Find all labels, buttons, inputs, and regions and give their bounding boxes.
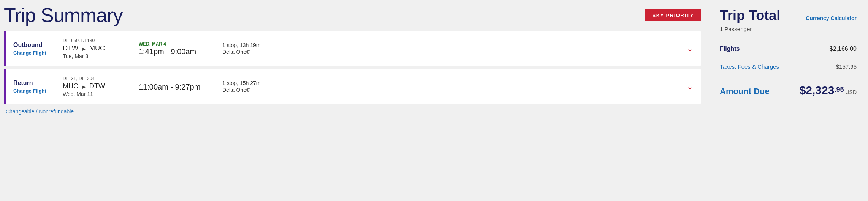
outbound-route-section: DL1650, DL130 DTW ▶ MUC Tue, Mar 3	[63, 38, 139, 59]
trip-total-title: Trip Total	[720, 8, 780, 24]
return-route: MUC ▶ DTW	[63, 82, 139, 90]
return-route-section: DL131, DL1204 MUC ▶ DTW Wed, Mar 11	[63, 76, 139, 97]
outbound-departure-date: Tue, Mar 3	[63, 53, 139, 59]
return-arrow-icon: ▶	[82, 84, 86, 90]
return-expand-icon[interactable]: ⌄	[687, 82, 693, 91]
right-section: Trip Total Currency Calculator 1 Passeng…	[708, 0, 868, 201]
return-stops-section: 1 stop, 15h 27m Delta One®	[215, 80, 679, 93]
outbound-cabin: Delta One®	[222, 49, 679, 55]
return-origin: MUC	[63, 82, 78, 90]
return-departure-date: Wed, Mar 11	[63, 91, 139, 97]
outbound-arrow-icon: ▶	[82, 46, 86, 52]
amount-due-label: Amount Due	[720, 86, 770, 96]
trip-header: Trip Summary SKY PRIORITY	[4, 4, 701, 27]
left-section: Trip Summary SKY PRIORITY Outbound Chang…	[0, 0, 708, 201]
page-container: Trip Summary SKY PRIORITY Outbound Chang…	[0, 0, 868, 201]
taxes-value: $157.95	[836, 63, 857, 70]
return-arrival-time: 11:00am - 9:27pm	[139, 83, 215, 91]
outbound-arrival-day: WED, MAR 4	[139, 41, 215, 47]
amount-due-dollars: $2,323	[800, 84, 835, 96]
return-type-label: Return	[13, 80, 63, 86]
outbound-arrival-section: WED, MAR 4 1:41pm - 9:00am	[139, 41, 215, 56]
outbound-flight-card: Outbound Change Flight DL1650, DL130 DTW…	[4, 31, 701, 66]
return-change-flight-link[interactable]: Change Flight	[13, 88, 63, 94]
passenger-count: 1 Passenger	[720, 26, 857, 32]
currency-calculator-link[interactable]: Currency Calculator	[806, 15, 857, 21]
outbound-stops: 1 stop, 13h 19m	[222, 42, 679, 48]
taxes-label: Taxes, Fees & Charges	[720, 63, 779, 70]
amount-due-value: $2,323.95USD	[800, 84, 857, 97]
outbound-change-flight-link[interactable]: Change Flight	[13, 50, 63, 56]
return-arrival-section: 11:00am - 9:27pm	[139, 82, 215, 91]
flights-price-row: Flights $2,166.00	[720, 40, 857, 58]
outbound-stops-section: 1 stop, 13h 19m Delta One®	[215, 42, 679, 55]
return-destination: DTW	[89, 82, 105, 90]
trip-total-header: Trip Total Currency Calculator	[720, 8, 857, 24]
outbound-arrival-time: 1:41pm - 9:00am	[139, 47, 215, 56]
return-label-section: Return Change Flight	[13, 80, 63, 94]
changeable-notice: Changeable / Nonrefundable	[4, 108, 701, 115]
page-title: Trip Summary	[4, 4, 123, 27]
outbound-origin: DTW	[63, 44, 78, 52]
return-flight-card: Return Change Flight DL131, DL1204 MUC ▶…	[4, 69, 701, 104]
return-flight-numbers: DL131, DL1204	[63, 76, 139, 81]
outbound-label-section: Outbound Change Flight	[13, 42, 63, 56]
taxes-price-row: Taxes, Fees & Charges $157.95	[720, 58, 857, 75]
outbound-flight-numbers: DL1650, DL130	[63, 38, 139, 43]
outbound-route: DTW ▶ MUC	[63, 44, 139, 52]
flights-label: Flights	[720, 46, 740, 52]
outbound-type-label: Outbound	[13, 42, 63, 49]
amount-due-row: Amount Due $2,323.95USD	[720, 77, 857, 97]
outbound-destination: MUC	[89, 44, 105, 52]
return-stops: 1 stop, 15h 27m	[222, 80, 679, 86]
sky-priority-badge: SKY PRIORITY	[645, 9, 701, 21]
amount-due-cents: .95	[834, 86, 844, 93]
amount-due-currency: USD	[845, 89, 857, 95]
flights-value: $2,166.00	[830, 46, 857, 52]
return-cabin: Delta One®	[222, 87, 679, 93]
outbound-expand-icon[interactable]: ⌄	[687, 44, 693, 53]
